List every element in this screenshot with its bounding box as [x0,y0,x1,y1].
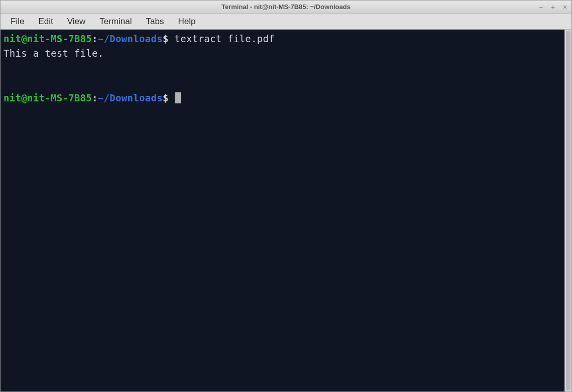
menu-tabs[interactable]: Tabs [140,15,170,28]
close-icon[interactable]: × [561,4,568,11]
prompt-colon: : [92,33,98,44]
prompt-dollar: $ [163,92,169,103]
scrollbar[interactable] [564,30,571,391]
terminal-content[interactable]: nit@nit-MS-7B85:~/Downloads$ textract fi… [1,30,564,391]
titlebar: Terminal - nit@nit-MS-7B85: ~/Downloads … [1,1,571,14]
maximize-icon[interactable]: + [549,4,556,11]
cursor-block [175,92,181,103]
window-controls: − + × [537,1,568,13]
terminal-window: Terminal - nit@nit-MS-7B85: ~/Downloads … [0,0,572,392]
menu-file[interactable]: File [5,15,30,28]
prompt-userhost: nit@nit-MS-7B85 [4,33,92,44]
scroll-thumb[interactable] [566,31,570,390]
menu-help[interactable]: Help [172,15,201,28]
prompt-path: ~/Downloads [98,33,163,44]
menu-view[interactable]: View [61,15,92,28]
menu-edit[interactable]: Edit [32,15,59,28]
terminal-wrap: nit@nit-MS-7B85:~/Downloads$ textract fi… [1,30,571,391]
command-text: textract file.pdf [174,33,275,44]
menubar: File Edit View Terminal Tabs Help [1,14,571,30]
window-title: Terminal - nit@nit-MS-7B85: ~/Downloads [221,3,351,11]
menu-terminal[interactable]: Terminal [93,15,138,28]
output-line: This a test file. [4,48,104,59]
minimize-icon[interactable]: − [537,4,544,11]
prompt-userhost: nit@nit-MS-7B85 [4,92,92,103]
prompt-colon: : [92,92,98,103]
prompt-dollar: $ [163,33,169,44]
prompt-path: ~/Downloads [98,92,163,103]
